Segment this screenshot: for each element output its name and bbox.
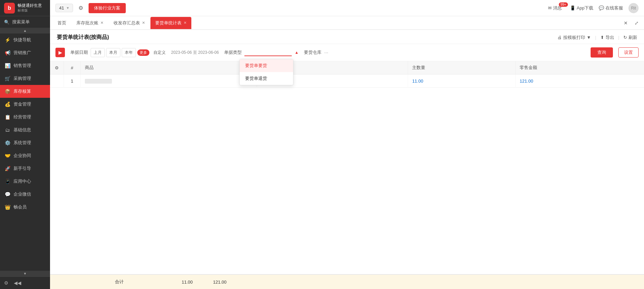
summary-label: 合计 [115,279,166,285]
messages-btn[interactable]: ✉ 消息 99+ [548,5,565,11]
summary-quantity: 11.00 [166,280,199,285]
trial-button[interactable]: 体验行业方案 [89,3,126,13]
row-amount-cell[interactable]: 121.00 [516,74,644,88]
sidebar-item-marketing[interactable]: 📢 营销推广 [0,46,50,59]
sidebar: b 畅捷通好生意 标准版 🔍 搜索菜单 ▲ ⚡ 快捷导航 📢 营销推广 📊 销售… [0,0,50,289]
dropdown-option-order-goods[interactable]: 要货单要货 [240,59,293,72]
operations-icon: 📋 [4,114,11,120]
sidebar-item-quick-nav[interactable]: ⚡ 快捷导航 [0,34,50,46]
type-dropdown-arrow[interactable]: ▲ [294,50,299,55]
logo-text: 畅捷通好生意 [18,3,42,8]
summary-amount: 121.00 [199,280,233,285]
type-label: 单据类型 [224,49,242,55]
sidebar-item-inventory[interactable]: 📦 库存核算 [0,85,50,98]
tab-home[interactable]: 首页 [53,17,71,29]
row-quantity-cell[interactable]: 11.00 [408,74,516,88]
type-filter-group: 单据类型 ▲ [224,49,299,56]
tab-order-summary[interactable]: 要货单统计表 ✕ [150,17,191,29]
sidebar-scroll-up[interactable]: ▲ [0,28,50,34]
sidebar-search[interactable]: 🔍 搜索菜单 [0,16,50,28]
sidebar-item-purchase[interactable]: 🛒 采购管理 [0,72,50,85]
export-btn[interactable]: ⬆ 导出 [600,35,614,41]
date-more-badge[interactable]: 更多 [137,49,149,56]
filter-settings-btn[interactable]: 设置 [618,47,639,58]
print-icon: 🖨 [557,35,562,40]
enterprise-icon: 🤝 [4,153,11,158]
row-settings-cell [50,74,64,88]
store-selector[interactable]: 41 ▼ [55,4,73,12]
date-this-month-btn[interactable]: 本月 [106,48,120,57]
date-label: 单据日期 [70,49,88,55]
sales-icon: 📊 [4,63,11,68]
query-btn[interactable]: 查询 [591,47,613,58]
dropdown-option-order-return[interactable]: 要货单退货 [240,72,293,85]
page-title: 要货单统计表(按商品) [57,34,109,41]
topbar-right: ✉ 消息 99+ 📱 App下载 💬 在线客服 Rit [548,3,639,13]
tab-close-inventory-batch[interactable]: ✕ [100,21,103,25]
filter-expand-btn[interactable]: ▶ [55,48,65,57]
sidebar-item-enterprise[interactable]: 🤝 企业协同 [0,149,50,162]
sidebar-item-finance[interactable]: 💰 资金管理 [0,98,50,111]
app-download-btn[interactable]: 📱 App下载 [570,5,593,11]
col-product: 商品 [80,61,257,74]
search-icon: 🔍 [4,20,9,25]
sidebar-item-guide[interactable]: 🚀 新手引导 [0,162,50,175]
sidebar-nav: ⚡ 快捷导航 📢 营销推广 📊 销售管理 🛒 采购管理 📦 库存核算 💰 资金管… [0,34,50,271]
sidebar-item-membership[interactable]: 👑 畅会员 [0,201,50,214]
tab-recv-summary[interactable]: 收发存汇总表 ✕ [109,17,150,29]
sidebar-item-sales[interactable]: 📊 销售管理 [0,59,50,72]
table-header-row: ⚙ # 商品 主计量单位 主数量 零售金额 [50,61,644,74]
user-avatar[interactable]: Rit [628,3,639,13]
warehouse-more-icon[interactable]: ··· [324,50,328,55]
col-settings[interactable]: ⚙ [50,61,64,74]
print-arrow-icon: ▼ [587,35,591,40]
close-all-tabs-btn[interactable]: ✕ [621,18,630,28]
type-dropdown: 要货单要货 要货单退货 [239,59,293,85]
sidebar-item-appstore[interactable]: 📱 应用中心 [0,175,50,188]
logo-icon: b [4,3,15,14]
system-icon: ⚙️ [4,140,11,146]
print-template-btn[interactable]: 🖨 按模板打印 ▼ [557,35,591,41]
row-product-cell [80,74,257,88]
topbar-gear-icon[interactable]: ⚙ [77,3,85,13]
maximize-btn[interactable]: ⤢ [632,18,641,28]
type-input[interactable] [244,49,292,56]
topbar: 41 ▼ ⚙ 体验行业方案 ✉ 消息 99+ 📱 App下载 💬 在线客服 Ri… [50,0,644,16]
store-name: 41 [59,5,64,10]
sidebar-footer: ⚙ ◀◀ [0,276,50,289]
sidebar-item-system[interactable]: ⚙️ 系统管理 [0,136,50,149]
online-service-icon: 💬 [599,5,604,10]
main-area: 41 ▼ ⚙ 体验行业方案 ✉ 消息 99+ 📱 App下载 💬 在线客服 Ri… [50,0,644,289]
table-container: ⚙ # 商品 主计量单位 主数量 零售金额 1 [50,61,644,274]
sidebar-item-basics[interactable]: 🗂 基础信息 [0,124,50,136]
wechat-icon: 💬 [4,192,11,197]
warehouse-filter-group: 要货仓库 ··· [304,49,328,55]
date-prev-month-btn[interactable]: 上月 [91,48,105,57]
settings-footer-icon[interactable]: ⚙ [4,280,8,286]
finance-icon: 💰 [4,102,11,107]
date-custom-btn[interactable]: 自定义 [151,48,168,57]
sidebar-item-operations[interactable]: 📋 经营管理 [0,111,50,124]
sidebar-scroll-down[interactable]: ▼ [0,271,50,276]
col-amount: 零售金额 [516,61,644,74]
row-seq-cell: 1 [64,74,80,88]
warehouse-label: 要货仓库 [304,49,321,55]
online-service-btn[interactable]: 💬 在线客服 [599,5,623,11]
refresh-icon: ↻ [623,35,627,40]
collapse-icon[interactable]: ◀◀ [14,280,21,286]
table-row: 1 块 11.00 121.00 [50,74,644,88]
tab-close-recv-summary[interactable]: ✕ [142,21,145,25]
tab-close-order-summary[interactable]: ✕ [184,21,187,25]
marketing-icon: 📢 [4,50,11,55]
sidebar-item-wechat[interactable]: 💬 企业微信 [0,188,50,201]
tab-inventory-batch[interactable]: 库存批次账 ✕ [72,17,108,29]
refresh-btn[interactable]: ↻ 刷新 [623,35,637,41]
messages-badge: 99+ [559,2,568,7]
page-header: 要货单统计表(按商品) 🖨 按模板打印 ▼ | ⬆ 导出 | ↻ 刷新 [50,30,644,44]
purchase-icon: 🛒 [4,76,11,81]
col-seq: # [64,61,80,74]
content-area: 要货单统计表(按商品) 🖨 按模板打印 ▼ | ⬆ 导出 | ↻ 刷新 [50,30,644,289]
quick-nav-icon: ⚡ [4,37,11,43]
date-this-year-btn[interactable]: 本年 [122,48,136,57]
store-arrow-icon: ▼ [66,6,69,10]
